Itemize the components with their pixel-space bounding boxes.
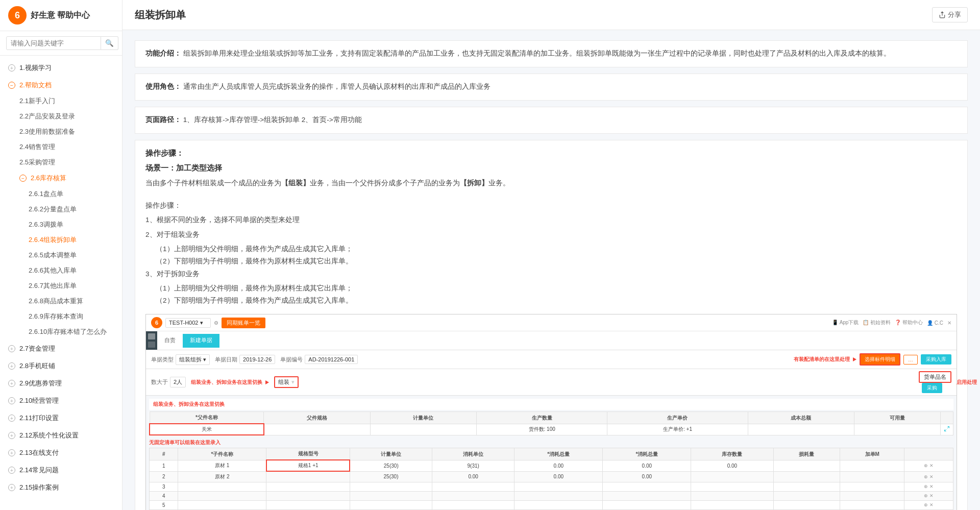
search-input[interactable] <box>6 36 101 50</box>
apply-btn[interactable]: 采购 <box>922 383 942 393</box>
type-selector-highlighted[interactable]: 组装 ▾ <box>274 376 299 388</box>
expand-icon: + <box>8 362 15 370</box>
period-overview-btn[interactable]: 同期账单一览 <box>222 318 265 328</box>
sidebar-item-mobile[interactable]: + 2.8手机旺铺 <box>0 358 122 374</box>
tables-area: 组装业务、拆卸业务在这里切换 *父件名称 父件规格 计量单位 生产数量 <box>146 396 957 510</box>
nav-group-cases: + 2.15操作案例 <box>0 479 122 496</box>
parent-unit-price-cell[interactable]: 生产单价: +1 <box>607 424 748 435</box>
col-stock-qty: 库存数量 <box>691 448 773 460</box>
type-label: 单据类型 <box>151 356 174 363</box>
sidebar-item-help-docs[interactable]: − 2.帮助文档 <box>0 77 122 93</box>
code-value[interactable]: AD-20191226-001 <box>305 355 358 364</box>
step-3-1: （1）上部明细为父件明细，最终作为原材料生成其它出库单； <box>145 282 957 295</box>
sidebar-item-other-in[interactable]: 2.6.6其他入库单 <box>0 263 122 278</box>
sidebar-item-new-user[interactable]: 2.1新手入门 <box>0 93 122 109</box>
sidebar-item-cost-recalc[interactable]: 2.6.8商品成本重算 <box>0 294 122 309</box>
sidebar-item-purchase[interactable]: 2.5采购管理 <box>0 155 122 170</box>
step-2: 2、对于组装业务 <box>145 229 957 241</box>
sidebar-item-partial-stocktake[interactable]: 2.6.2分量盘点单 <box>0 202 122 217</box>
sidebar-item-video-learning[interactable]: + 1.视频学习 <box>0 60 122 76</box>
child-loss-1 <box>773 460 840 471</box>
form-row: 单据类型 组装组拆 ▾ 单据日期 2019-12-26 单据编号 AD-2019… <box>146 350 957 369</box>
sidebar-item-inventory[interactable]: − 2.6库存核算 <box>0 170 122 186</box>
app-screenshot: 6 TEST-H002 ▾ ⚙ 同期账单一览 📱 App下载 📋 初始资料 ❓ … <box>145 314 957 510</box>
sidebar-item-ledger-error[interactable]: 2.6.10库存账本错了怎么办 <box>0 324 122 339</box>
nav-group-label: 2.14常见问题 <box>19 466 59 475</box>
page-title: 组装拆卸单 <box>135 8 186 22</box>
sidebar-item-cost-adjust[interactable]: 2.6.5成本调整单 <box>0 248 122 263</box>
sidebar-item-install[interactable]: 2.2产品安装及登录 <box>0 109 122 124</box>
sidebar-item-faq[interactable]: + 2.14常见问题 <box>0 462 122 478</box>
child-row-2: 2 原材 2 25(30) 0.00 0.00 0.00 <box>150 471 953 482</box>
sidebar-item-print[interactable]: + 2.11打印设置 <box>0 410 122 426</box>
annotation-arrow-3: 启用处理 <box>957 379 977 386</box>
nav-group-mobile: + 2.8手机旺铺 <box>0 358 122 374</box>
sidebar-item-payment[interactable]: + 2.13在线支付 <box>0 445 122 461</box>
sidebar-item-ledger[interactable]: 2.6.9库存账本查询 <box>0 309 122 324</box>
annotation-label-1: 有装配清单的在这里处理 <box>794 356 850 363</box>
main-area: 组装拆卸单 分享 功能介绍： 组装拆卸单用来处理企业组装或拆卸等加工业务，支持有… <box>122 0 980 510</box>
child-ops-2[interactable]: ⊕ ✕ <box>904 471 953 482</box>
path-block: 页面路径： 1、库存核算->库存管理->组装拆卸单 2、首页->常用功能 <box>135 107 968 134</box>
date-field-group: 单据日期 2019-12-26 <box>215 355 275 364</box>
child-consume-1: 9(31) <box>432 460 514 471</box>
confirm-btn[interactable]: 采购入库 <box>921 354 951 365</box>
company-selector[interactable]: TEST-H002 ▾ <box>165 318 211 328</box>
parent-name-cell[interactable]: 关米 <box>150 424 264 435</box>
enable-process-field[interactable]: 货单品名 <box>919 371 951 383</box>
type-selector-arrow: ▾ <box>291 379 295 385</box>
child-name-1[interactable]: 原材 1 <box>178 460 266 471</box>
share-button[interactable]: 分享 <box>932 7 968 22</box>
child-name-2[interactable]: 原材 2 <box>178 471 266 482</box>
child-ops-4[interactable]: ⊕ ✕ <box>904 491 953 500</box>
child-row-5: 5 ⊕ ✕ <box>150 500 953 509</box>
date-value[interactable]: 2019-12-26 <box>239 355 275 364</box>
child-ops-1[interactable]: ⊕ ✕ <box>904 460 953 471</box>
child-unit-1: 25(30) <box>350 460 432 471</box>
nav-group-label: 2.13在线支付 <box>19 448 59 457</box>
child-ops-5[interactable]: ⊕ ✕ <box>904 500 953 509</box>
type-switch-row: 数大于 2人 组装业务、拆卸业务在这里切换 组装 ▾ 货单品名 <box>146 369 957 396</box>
sidebar-item-data-prep[interactable]: 2.3使用前数据准备 <box>0 124 122 139</box>
nav-group-label: 2.15操作案例 <box>19 483 59 492</box>
search-button[interactable]: 🔍 <box>101 36 118 50</box>
col-parent-name: *父件名称 <box>150 412 264 424</box>
sidebar-item-cases[interactable]: + 2.15操作案例 <box>0 479 122 496</box>
col-seq: # <box>150 448 178 460</box>
step-2-2: （2）下部明细为子件明细，最终作为原材料生成其它出库单。 <box>145 255 957 268</box>
sidebar-item-ops[interactable]: + 2.10经营管理 <box>0 393 122 409</box>
expand-row-icon <box>944 426 950 432</box>
child-ops-3[interactable]: ⊕ ✕ <box>904 482 953 491</box>
tab-new-order[interactable]: 新建单据 <box>183 334 219 348</box>
child-row-3: 3 ⊕ ✕ <box>150 482 953 491</box>
sidebar-item-personalize[interactable]: + 2.12系统个性化设置 <box>0 427 122 444</box>
sidebar-icon-col <box>146 331 157 350</box>
expand-icon: + <box>8 64 15 71</box>
parent-spec-cell <box>264 424 370 435</box>
col-consume-total-2: *消耗总量 <box>603 448 691 460</box>
sidebar-item-transfer[interactable]: 2.6.3调拨单 <box>0 217 122 232</box>
function-intro-label: 功能介绍： <box>145 50 181 57</box>
type-value[interactable]: 组装组拆 ▾ <box>176 354 210 365</box>
parent-prod-qty-cell[interactable]: 货件数: 100 <box>476 424 607 435</box>
sidebar-item-sales[interactable]: 2.4销售管理 <box>0 139 122 155</box>
sidebar-item-coupon[interactable]: + 2.9优惠券管理 <box>0 375 122 392</box>
close-icon[interactable]: ✕ <box>947 320 951 326</box>
sidebar-item-stocktake[interactable]: 2.6.1盘点单 <box>0 186 122 202</box>
share-label: 分享 <box>948 10 961 19</box>
sidebar-item-assembly[interactable]: 2.6.4组装拆卸单 <box>0 232 122 248</box>
annotation-label-4: 无固定清单可以组装在这里录入 <box>149 440 220 445</box>
scenario-title: 场景一：加工类型选择 <box>145 163 957 173</box>
qty-label: 数大于 <box>151 378 168 386</box>
parent-action-cell[interactable] <box>941 424 953 435</box>
step-2-1: （1）上部明细为父件明细，最终作为产成品生成其它入库单； <box>145 243 957 255</box>
sidebar-item-other-out[interactable]: 2.6.7其他出库单 <box>0 278 122 294</box>
child-spec-1[interactable]: 规格1 +1 <box>266 460 350 471</box>
nav-group-label: 2.9优惠券管理 <box>19 379 62 388</box>
select-bom-btn[interactable]: 选择标件明细 <box>860 353 900 366</box>
svg-line-1 <box>945 429 947 431</box>
tab-home[interactable]: 自责 <box>157 334 183 348</box>
other-action-btn[interactable]: … <box>903 355 918 365</box>
path-label: 页面路径： <box>145 116 181 124</box>
sidebar-item-finance[interactable]: + 2.7资金管理 <box>0 341 122 357</box>
